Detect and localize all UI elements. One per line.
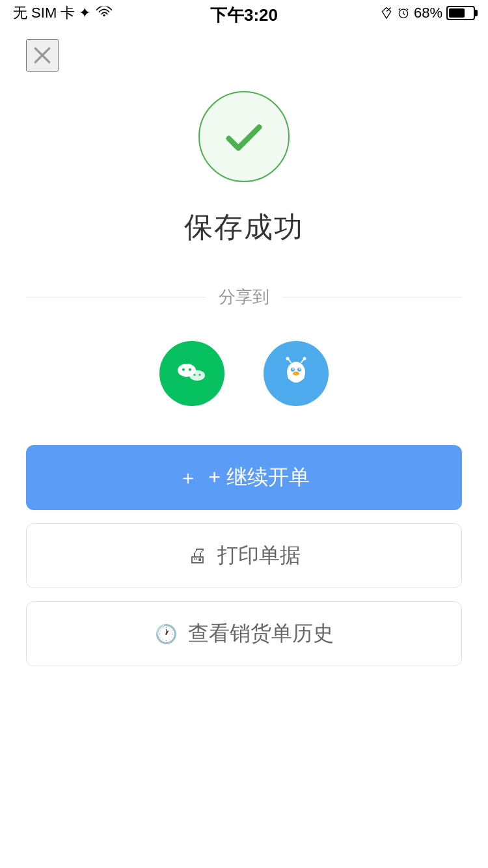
divider-left (26, 297, 206, 297)
qq-share-button[interactable] (264, 341, 329, 406)
battery-icon (446, 6, 475, 20)
svg-point-15 (292, 368, 293, 370)
status-bar: 无 SIM 卡 ✦ 下午3:20 68% (0, 0, 488, 26)
wechat-icon (172, 357, 211, 390)
battery-fill (449, 8, 465, 18)
print-icon: 🖨 (187, 545, 207, 567)
share-label: 分享到 (219, 286, 269, 308)
share-icons (159, 341, 329, 406)
battery-percent: 68% (414, 5, 442, 21)
print-button[interactable]: 🖨 打印单据 (26, 523, 462, 588)
success-title: 保存成功 (184, 208, 304, 247)
continue-order-label: + 继续开单 (208, 463, 310, 492)
history-label: 查看销货单历史 (188, 619, 334, 648)
alarm-icon (397, 7, 410, 20)
svg-point-8 (193, 373, 195, 375)
svg-point-5 (189, 370, 205, 381)
qq-icon (277, 354, 316, 393)
success-circle (198, 91, 290, 182)
no-sim-text: 无 SIM 卡 ✦ (13, 3, 90, 23)
svg-point-6 (182, 368, 185, 371)
svg-point-17 (293, 372, 299, 375)
wechat-share-button[interactable] (159, 341, 224, 406)
svg-point-9 (198, 373, 200, 375)
svg-point-21 (303, 357, 306, 360)
history-button[interactable]: 🕐 查看销货单历史 (26, 601, 462, 666)
main-content: 保存成功 分享到 (0, 26, 488, 868)
actions: ＋ + 继续开单 🖨 打印单据 🕐 查看销货单历史 (26, 445, 462, 666)
continue-order-button[interactable]: ＋ + 继续开单 (26, 445, 462, 510)
svg-point-7 (189, 368, 191, 371)
status-right: 68% (380, 5, 475, 21)
success-section: 保存成功 (184, 91, 304, 247)
share-divider: 分享到 (26, 286, 462, 308)
wifi-icon (96, 7, 113, 20)
close-button[interactable] (26, 39, 59, 72)
plus-icon: ＋ (178, 465, 198, 491)
svg-point-16 (299, 368, 300, 370)
share-section: 分享到 (26, 286, 462, 406)
svg-point-19 (286, 357, 290, 360)
divider-right (282, 297, 462, 297)
status-time: 下午3:20 (210, 4, 278, 27)
location-icon (380, 7, 393, 20)
history-icon: 🕐 (155, 623, 178, 645)
print-label: 打印单据 (217, 541, 301, 570)
checkmark-icon (221, 114, 267, 159)
close-icon (32, 45, 53, 66)
status-left: 无 SIM 卡 ✦ (13, 3, 113, 23)
